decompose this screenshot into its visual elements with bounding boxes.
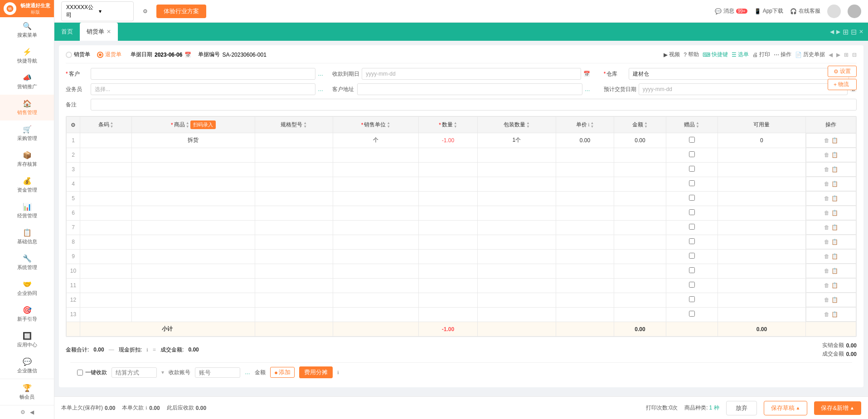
delete-icon[interactable]: 🗑 <box>824 253 829 260</box>
tab-home[interactable]: 首页 <box>54 23 80 41</box>
settlement-chevron[interactable]: ▾ <box>161 369 164 376</box>
copy-icon[interactable]: 📋 <box>831 210 838 216</box>
toolbar-history[interactable]: 📄 历史单据 <box>795 51 825 58</box>
expected-delivery-input[interactable]: yyyy-mm-dd <box>639 83 848 95</box>
cash-discount-info-icon[interactable]: ℹ <box>146 347 148 352</box>
th-barcode[interactable]: 条码 ▲▼ <box>80 117 132 133</box>
cell-spec-1[interactable] <box>255 133 333 148</box>
th-settings[interactable]: ⚙ <box>67 117 80 133</box>
sidebar-item-marketing[interactable]: 📣 营销推广 <box>0 69 54 95</box>
sidebar-item-guide[interactable]: 🎯 新手引导 <box>0 301 54 327</box>
th-spec[interactable]: 规格型号 ▲▼ <box>255 117 333 133</box>
tab-nav-next-icon[interactable]: ▶ <box>836 29 840 35</box>
sidebar-item-apps[interactable]: 🔲 应用中心 <box>0 327 54 353</box>
avatar2[interactable] <box>848 5 861 18</box>
delete-icon[interactable]: 🗑 <box>824 282 829 289</box>
delete-icon[interactable]: 🗑 <box>824 195 829 202</box>
th-unit-price[interactable]: 单价 ℹ ▲▼ <box>556 117 614 133</box>
app-download-item[interactable]: 📱 App下载 <box>754 7 783 15</box>
th-gift[interactable]: 赠品 ▲▼ <box>666 117 718 133</box>
avatar[interactable] <box>827 5 841 18</box>
copy-icon[interactable]: 📋 <box>831 224 838 231</box>
cell-qty-1[interactable]: -1.00 <box>418 133 477 148</box>
save-draft-button[interactable]: 保存草稿 ▲ <box>764 401 808 415</box>
sidebar-settings-icon[interactable]: ⚙ <box>20 409 25 415</box>
warehouse-input[interactable]: 建材仓 <box>629 68 849 80</box>
sidebar-collapse-icon[interactable]: ◀ <box>30 409 34 415</box>
th-pack-qty[interactable]: 包装数量 ▲▼ <box>478 117 556 133</box>
toolbar-print[interactable]: 🖨 打印 <box>752 51 770 58</box>
bank-account-ellipsis[interactable]: … <box>245 369 250 376</box>
settlement-method-input[interactable] <box>112 367 157 378</box>
sidebar-item-basic[interactable]: 📋 基础信息 <box>0 224 54 250</box>
toolbar-action[interactable]: ⋯ 操作 <box>774 51 791 58</box>
copy-icon[interactable]: 📋 <box>831 268 838 274</box>
tab-nav-prev-icon[interactable]: ◀ <box>830 29 834 35</box>
toolbar-help[interactable]: ? 帮助 <box>684 51 699 58</box>
th-product[interactable]: * 商品 ▲▼ 扫码录入 <box>132 117 255 133</box>
th-amount[interactable]: 金额 ▲▼ <box>614 117 666 133</box>
trial-button[interactable]: 体验行业方案 <box>156 5 206 18</box>
expense-info-icon[interactable]: ℹ <box>337 370 339 375</box>
salesperson-input[interactable]: 选择... <box>91 83 315 95</box>
copy-icon[interactable]: 📋 <box>831 297 838 303</box>
cell-amount-1[interactable]: 0.00 <box>614 133 666 148</box>
copy-icon-1[interactable]: 📋 <box>831 137 838 144</box>
save-new-button[interactable]: 保存&新增 ▲ <box>814 401 861 415</box>
sidebar-item-sales[interactable]: 🏠 销售管理 <box>0 95 54 120</box>
one-click-payment[interactable]: 一键收款 <box>77 369 107 376</box>
view-list-icon[interactable]: ⊟ <box>851 28 857 36</box>
grid-view-icon[interactable]: ⊞ <box>844 52 849 58</box>
receive-date-calendar-icon[interactable]: 📅 <box>583 71 590 77</box>
delete-icon[interactable]: 🗑 <box>824 268 829 274</box>
tab-sales-order[interactable]: 销货单 ✕ <box>80 23 118 41</box>
list-view-icon[interactable]: ⊟ <box>852 52 857 58</box>
bank-account-input[interactable] <box>195 367 240 378</box>
radio-sales[interactable]: 销货单 <box>66 51 90 58</box>
sidebar-item-wechat[interactable]: 💬 企业微信 <box>0 353 54 379</box>
sidebar-item-inventory[interactable]: 📦 库存核算 <box>0 146 54 172</box>
sidebar-item-quick-nav[interactable]: ⚡ 快捷导航 <box>0 43 54 69</box>
delete-icon[interactable]: 🗑 <box>824 166 829 173</box>
abandon-button[interactable]: 放弃 <box>726 401 757 415</box>
delete-icon[interactable]: 🗑 <box>824 181 829 187</box>
delete-icon[interactable]: 🗑 <box>824 297 829 303</box>
scan-btn[interactable]: 扫码录入 <box>190 120 216 129</box>
toolbar-shortcut[interactable]: ⌨ 快捷键 <box>703 51 728 58</box>
gift-checkbox-1[interactable] <box>689 137 695 143</box>
copy-icon[interactable]: 📋 <box>831 282 838 289</box>
cell-price-1[interactable]: 0.00 <box>556 133 614 148</box>
delete-icon-1[interactable]: 🗑 <box>824 137 829 144</box>
delete-icon[interactable]: 🗑 <box>824 210 829 216</box>
sidebar-item-purchase[interactable]: 🛒 采购管理 <box>0 120 54 146</box>
copy-icon[interactable]: 📋 <box>831 253 838 260</box>
add-payment-btn[interactable]: ● 添加 <box>270 367 295 378</box>
salesperson-ellipsis[interactable]: … <box>318 86 323 92</box>
tab-close-all-icon[interactable]: ✕ <box>859 29 863 35</box>
copy-icon[interactable]: 📋 <box>831 195 838 202</box>
copy-icon[interactable]: 📋 <box>831 311 838 318</box>
receive-date-input[interactable]: yyyy-mm-dd <box>362 68 581 80</box>
note-input[interactable] <box>91 99 857 111</box>
one-click-checkbox[interactable] <box>77 370 83 376</box>
notification-item[interactable]: 💬 消息 99+ <box>715 7 747 15</box>
cell-gift-1[interactable] <box>666 133 718 148</box>
customer-ellipsis[interactable]: … <box>318 71 323 77</box>
toolbar-video[interactable]: ▶ 视频 <box>664 51 680 58</box>
copy-icon[interactable]: 📋 <box>831 239 838 245</box>
company-selector[interactable]: XXXXXX公司 ▾ <box>61 1 134 21</box>
calendar-icon[interactable]: 📅 <box>184 52 191 58</box>
toolbar-select[interactable]: ☰ 选单 <box>732 51 749 58</box>
settings-button[interactable]: ⚙ <box>138 5 152 18</box>
settings-btn[interactable]: ⚙ 设置 <box>828 66 857 77</box>
delete-icon[interactable]: 🗑 <box>824 239 829 245</box>
copy-icon[interactable]: 📋 <box>831 166 838 173</box>
copy-icon[interactable]: 📋 <box>831 152 838 158</box>
customer-address-input[interactable] <box>357 83 582 95</box>
expense-split-btn[interactable]: 费用分摊 <box>299 366 333 378</box>
th-unit[interactable]: * 销售单位 ▲▼ <box>333 117 419 133</box>
th-quantity[interactable]: * 数量 ▲▼ <box>418 117 477 133</box>
delete-icon[interactable]: 🗑 <box>824 152 829 158</box>
nav-prev-icon[interactable]: ◀ <box>829 52 833 58</box>
info-icon-price[interactable]: ℹ <box>588 122 590 127</box>
